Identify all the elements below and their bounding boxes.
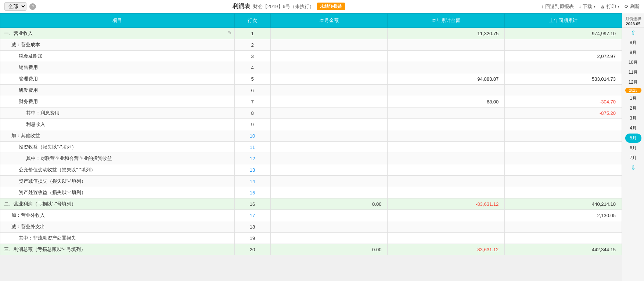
- cell-item: 税金及附加: [0, 51, 235, 62]
- month-9[interactable]: 9月: [625, 48, 641, 57]
- cell-item: 管理费用: [0, 73, 235, 85]
- cell-row-num: 19: [234, 233, 270, 244]
- cell-row-num: 6: [234, 85, 270, 96]
- cell-lastyear-amount: [505, 39, 622, 51]
- cell-month-amount: [270, 221, 388, 233]
- cell-item: 其中：利息费用: [0, 107, 235, 119]
- cell-lastyear-amount: 974,997.10: [505, 28, 622, 39]
- cell-lastyear-amount: [505, 153, 622, 164]
- cell-lastyear-amount: -304.70: [505, 96, 622, 107]
- month-10[interactable]: 10月: [625, 58, 641, 67]
- month-2[interactable]: 2月: [625, 104, 641, 113]
- cell-row-num: 20: [234, 244, 270, 255]
- cell-month-amount: [270, 51, 388, 62]
- cell-row-num: 16: [234, 198, 270, 210]
- main-content: 项目 行次 本月金额 本年累计金额 上年同期累计 一、营业收入✎111,320.…: [0, 13, 644, 281]
- edit-icon[interactable]: ✎: [228, 30, 231, 35]
- cell-lastyear-amount: -875.20: [505, 107, 622, 119]
- current-year-display: 2023.05: [623, 22, 643, 26]
- cell-item: 公允价值变动收益（损失以"-"填列）: [0, 164, 235, 176]
- cell-month-amount: [270, 85, 388, 96]
- cell-item: 财务费用: [0, 96, 235, 107]
- cell-item: 投资收益（损失以"-"填列）: [0, 142, 235, 153]
- cell-item: 研发费用: [0, 85, 235, 96]
- month-nav-down[interactable]: ⇩: [629, 163, 637, 173]
- cell-row-num: 14: [234, 176, 270, 187]
- cell-item: 资产处置收益（损失以"-"填列）: [0, 187, 235, 198]
- table-row: 其中：非流动资产处置损失19: [0, 233, 622, 244]
- cell-month-amount: [270, 96, 388, 107]
- month-sidebar-title: 月份选择 2023.05: [622, 15, 644, 28]
- download-dropdown-icon[interactable]: ▾: [594, 4, 596, 8]
- cell-lastyear-amount: [505, 221, 622, 233]
- cell-lastyear-amount: 2,072.97: [505, 51, 622, 62]
- month-6[interactable]: 6月: [625, 143, 641, 153]
- cell-year-amount: [388, 187, 505, 198]
- cell-month-amount: [270, 187, 388, 198]
- cell-row-num: 10: [234, 130, 270, 142]
- cell-year-amount: 11,320.75: [388, 28, 505, 39]
- account-selector[interactable]: 全部: [4, 2, 26, 11]
- table-row: 财务费用768.00-304.70: [0, 96, 622, 107]
- refresh-btn[interactable]: ⟳ 刷新: [625, 3, 640, 10]
- cell-month-amount: [270, 130, 388, 142]
- download-label: ↓ 下载: [579, 3, 592, 10]
- cell-year-amount: [388, 142, 505, 153]
- header-row-num: 行次: [234, 14, 270, 28]
- table-row: 资产减值损失（损失以"-"填列）14: [0, 176, 622, 187]
- table-row: 资产处置收益（损失以"-"填列）15: [0, 187, 622, 198]
- month-4[interactable]: 4月: [625, 124, 641, 133]
- table-row: 加：其他收益10: [0, 130, 622, 142]
- table-row: 一、营业收入✎111,320.75974,997.10: [0, 28, 622, 39]
- month-8[interactable]: 8月: [625, 38, 641, 47]
- cell-year-amount: [388, 62, 505, 73]
- cell-lastyear-amount: [505, 62, 622, 73]
- table-row: 公允价值变动收益（损失以"-"填列）13: [0, 164, 622, 176]
- cell-item: 二、营业利润（亏损以"-"号填列）: [0, 198, 235, 210]
- month-7[interactable]: 7月: [625, 153, 641, 163]
- table-area: 项目 行次 本月金额 本年累计金额 上年同期累计 一、营业收入✎111,320.…: [0, 13, 622, 281]
- month-nav-up[interactable]: ⇧: [629, 28, 637, 38]
- table-row: 减：营业成本2: [0, 39, 622, 51]
- top-bar: 全部 ? 利润表 财会【2019】6号（未执行） 未结转损益 ↓ 回退到原报表 …: [0, 0, 644, 13]
- table-row: 税金及附加32,072.97: [0, 51, 622, 62]
- cell-month-amount: [270, 62, 388, 73]
- cell-month-amount: [270, 176, 388, 187]
- month-12[interactable]: 12月: [625, 78, 641, 87]
- help-icon[interactable]: ?: [29, 3, 36, 10]
- cell-row-num: 15: [234, 187, 270, 198]
- print-dropdown-icon[interactable]: ▾: [618, 4, 619, 8]
- table-row: 销售费用4: [0, 62, 622, 73]
- year-2023-badge: 2023: [625, 88, 641, 93]
- back-to-original-btn[interactable]: ↓ 回退到原报表: [542, 3, 574, 10]
- cell-year-amount: [388, 119, 505, 130]
- cell-lastyear-amount: 533,014.73: [505, 73, 622, 85]
- cell-lastyear-amount: [505, 164, 622, 176]
- cell-row-num: 2: [234, 39, 270, 51]
- cell-year-amount: [388, 210, 505, 221]
- print-btn[interactable]: 🖨 打印 ▾: [601, 3, 620, 10]
- cell-year-amount: [388, 39, 505, 51]
- cell-year-amount: [388, 153, 505, 164]
- table-row: 其中：对联营企业和合营企业的投资收益12: [0, 153, 622, 164]
- table-row: 投资收益（损失以"-"填列）11: [0, 142, 622, 153]
- table-row: 管理费用594,883.87533,014.73: [0, 73, 622, 85]
- cell-row-num: 8: [234, 107, 270, 119]
- month-11[interactable]: 11月: [625, 68, 641, 77]
- table-row: 利息收入9: [0, 119, 622, 130]
- month-selector-label: 月份选择: [623, 16, 643, 22]
- cell-year-amount: 94,883.87: [388, 73, 505, 85]
- cell-month-amount: 0.00: [270, 198, 388, 210]
- month-3[interactable]: 3月: [625, 114, 641, 123]
- unsettled-badge: 未结转损益: [317, 3, 345, 10]
- cell-year-amount: [388, 107, 505, 119]
- cell-year-amount: [388, 233, 505, 244]
- month-5[interactable]: 5月: [625, 134, 641, 143]
- month-1[interactable]: 1月: [625, 94, 641, 103]
- cell-year-amount: -83,631.12: [388, 198, 505, 210]
- report-subtitle: 财会【2019】6号（未执行）: [253, 3, 314, 10]
- cell-year-amount: [388, 164, 505, 176]
- cell-item: 利息收入: [0, 119, 235, 130]
- download-btn[interactable]: ↓ 下载 ▾: [579, 3, 596, 10]
- cell-item: 加：营业外收入: [0, 210, 235, 221]
